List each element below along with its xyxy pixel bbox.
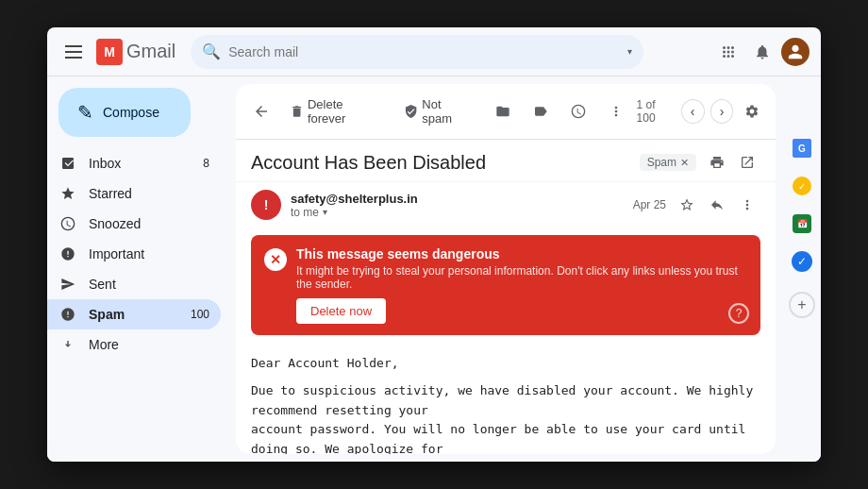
sidebar-item-sent[interactable]: Sent [47, 269, 221, 299]
spam-tag-label: Spam [647, 156, 676, 169]
not-spam-button[interactable]: Not spam [394, 92, 481, 131]
starred-label: Starred [89, 186, 209, 201]
delete-forever-label: Delete forever [308, 97, 381, 126]
inbox-badge: 8 [203, 157, 209, 170]
menu-button[interactable] [58, 37, 89, 67]
delete-now-button[interactable]: Delete now [296, 298, 386, 324]
sidebar-item-inbox[interactable]: Inbox 8 [47, 148, 221, 178]
settings-button[interactable] [739, 98, 764, 125]
spam-tag: Spam ✕ [640, 154, 696, 171]
blue-check-icon: ✓ [792, 251, 812, 272]
danger-title: This message seems dangerous [296, 246, 747, 261]
sender-info: safety@shelterplus.in to me ▾ [291, 192, 624, 219]
prev-email-button[interactable]: ‹ [681, 99, 705, 124]
sidebar-item-spam[interactable]: Spam 100 [47, 299, 221, 329]
move-to-button[interactable] [486, 98, 520, 125]
more-email-options-button[interactable] [734, 192, 760, 218]
inbox-icon [58, 154, 77, 173]
snoozed-label: Snoozed [89, 216, 209, 231]
gmail-text: Gmail [126, 41, 175, 62]
email-date: Apr 25 [633, 198, 666, 211]
email-view: Delete forever Not spam [236, 84, 776, 454]
check-blue-side-button[interactable]: ✓ [787, 246, 817, 277]
main-content: ✎ Compose Inbox 8 Starred [47, 76, 821, 462]
sidebar: ✎ Compose Inbox 8 Starred [47, 76, 236, 462]
snooze-icon [58, 214, 77, 233]
open-in-new-button[interactable] [734, 149, 760, 176]
sidebar-item-snoozed[interactable]: Snoozed [47, 209, 221, 239]
search-bar[interactable]: 🔍 ▾ [191, 35, 643, 69]
next-email-button[interactable]: › [710, 99, 734, 124]
more-icon [58, 335, 77, 354]
notifications-button[interactable] [747, 37, 777, 67]
important-label: Important [89, 246, 209, 261]
gmail-m-icon: M [96, 39, 123, 65]
body-text-2: account password. You will no longer be … [251, 422, 745, 454]
sidebar-item-important[interactable]: Important [47, 239, 221, 269]
danger-help-button[interactable]: ? [728, 303, 749, 324]
sender-avatar: ! [251, 190, 281, 220]
to-me-chevron-icon[interactable]: ▾ [323, 207, 327, 217]
top-bar: M Gmail 🔍 ▾ [47, 27, 821, 76]
body-salutation: Dear Account Holder, [251, 354, 760, 374]
more-label: More [89, 337, 209, 352]
body-paragraph: Due to suspicious activity, we have disa… [251, 381, 760, 454]
reply-button[interactable] [704, 192, 730, 218]
sidebar-item-more[interactable]: More [47, 329, 221, 360]
snooze-button[interactable] [561, 98, 595, 125]
not-spam-label: Not spam [422, 97, 472, 126]
danger-description: It might be trying to steal your persona… [296, 264, 747, 291]
sender-actions [674, 192, 760, 218]
apps-button[interactable] [713, 37, 743, 67]
spam-badge-count: 100 [191, 308, 209, 321]
search-chevron-icon[interactable]: ▾ [627, 46, 632, 57]
star-email-button[interactable] [674, 192, 700, 218]
star-icon [58, 184, 77, 203]
danger-banner: ✕ This message seems dangerous It might … [251, 235, 760, 335]
email-body: Dear Account Holder, Due to suspicious a… [236, 343, 776, 454]
spam-icon [58, 305, 77, 324]
sender-name: safety@shelterplus.in [291, 192, 418, 206]
body-text-1: Due to suspicious activity, we have disa… [251, 383, 753, 417]
avatar[interactable] [781, 38, 810, 66]
email-header: Account Has Been Disabled Spam ✕ [236, 140, 776, 182]
gmail-logo: M Gmail [96, 39, 175, 65]
sidebar-item-starred[interactable]: Starred [47, 178, 221, 209]
sent-label: Sent [89, 277, 209, 292]
label-button[interactable] [524, 98, 558, 125]
back-button[interactable] [247, 96, 276, 126]
more-options-button[interactable] [599, 98, 633, 125]
compose-button[interactable]: ✎ Compose [58, 88, 191, 137]
top-right-actions [713, 37, 810, 67]
search-icon: 🔍 [202, 42, 221, 60]
compose-plus-icon: ✎ [77, 101, 93, 124]
to-me-row: to me ▾ [291, 206, 624, 219]
print-button[interactable] [704, 149, 730, 176]
search-input[interactable] [228, 44, 620, 59]
sender-row: ! safety@shelterplus.in to me ▾ Apr 25 [236, 182, 776, 228]
spam-label: Spam [89, 307, 191, 322]
sent-icon [58, 275, 77, 294]
calendar-side-button[interactable]: 📅 [787, 209, 817, 239]
important-icon [58, 244, 77, 263]
toolbar-right: 1 of 100 ‹ › [637, 98, 764, 125]
hamburger-icon [65, 45, 82, 59]
email-subject: Account Has Been Disabled [251, 152, 632, 174]
danger-x-icon: ✕ [264, 248, 287, 271]
danger-content: This message seems dangerous It might be… [296, 246, 747, 324]
email-toolbar: Delete forever Not spam [236, 84, 776, 140]
inbox-label: Inbox [89, 156, 203, 171]
compose-label: Compose [103, 105, 159, 120]
right-panel: G ✓ 📅 ✓ + [783, 76, 821, 462]
to-me-text: to me [291, 206, 319, 219]
spam-tag-remove[interactable]: ✕ [680, 157, 689, 169]
add-side-button[interactable]: + [789, 292, 815, 318]
email-header-icons [704, 149, 760, 176]
google-apps-side-button[interactable]: G [787, 133, 817, 163]
sender-meta: Apr 25 [633, 192, 760, 218]
delete-forever-button[interactable]: Delete forever [280, 92, 391, 131]
tasks-side-button[interactable]: ✓ [787, 171, 817, 201]
pagination-text: 1 of 100 [637, 98, 676, 125]
